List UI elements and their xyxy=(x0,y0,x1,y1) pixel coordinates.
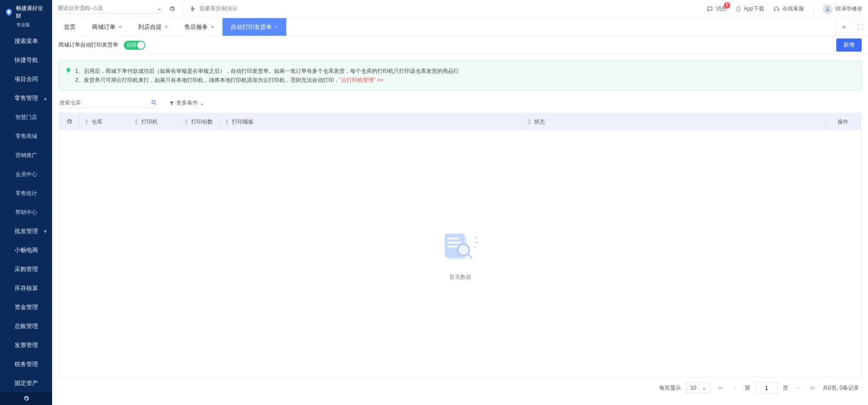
sidebar-item[interactable]: 智慧门店 xyxy=(0,108,52,127)
user-menu[interactable]: 徐泽华修改 xyxy=(823,4,863,14)
fullscreen-button[interactable]: ⛶ xyxy=(852,18,868,36)
empty-text: 暂无数据 xyxy=(449,273,471,281)
toggle-label: 商城订单自动打印发货单 xyxy=(58,41,118,49)
hand-icon xyxy=(190,6,197,12)
sidebar-item[interactable]: 税务管理 xyxy=(0,355,52,374)
sidebar-item[interactable]: 搜索菜单 xyxy=(0,32,52,51)
sidebar-item[interactable]: 发票管理 xyxy=(0,336,52,355)
table-column-header[interactable]: ▲▼打印机 xyxy=(130,113,179,130)
table-column-header[interactable]: ▲▼仓库 xyxy=(80,113,130,130)
tab[interactable]: 自动打印发货单✕ xyxy=(222,18,286,36)
sidebar-item[interactable]: 帮助中心 xyxy=(0,203,52,222)
sidebar-item[interactable]: 批发管理▼ xyxy=(0,222,52,241)
column-label: 仓库 xyxy=(92,118,102,126)
svg-rect-6 xyxy=(447,246,458,248)
sidebar-item-label: 帮助中心 xyxy=(15,209,37,216)
close-icon[interactable]: ✕ xyxy=(164,24,168,29)
page-size-select[interactable]: 10 ⌄ xyxy=(686,382,710,393)
svg-rect-5 xyxy=(447,242,461,243)
sidebar-item[interactable]: 固定资产 xyxy=(0,374,52,392)
search-icon[interactable] xyxy=(151,100,157,106)
tab[interactable]: 首页 xyxy=(56,18,84,36)
breadcrumb-text: 测试分开流程-小况 xyxy=(58,5,103,12)
prev-page-button[interactable]: ‹ xyxy=(730,385,739,391)
tab-label: 自动打印发货单 xyxy=(231,23,272,31)
sort-icon: ▲▼ xyxy=(527,118,532,125)
info-line-1: 1、启用后，商城下单付款成功后（如果有审核是在审核之后），自动打印发货单。如果一… xyxy=(75,67,459,76)
sidebar-item[interactable]: 零售商城 xyxy=(0,127,52,146)
sidebar-item-label: 营销推广 xyxy=(15,152,37,159)
column-label: 打印模板 xyxy=(232,118,254,126)
table-column-header: 操作 xyxy=(825,113,861,130)
column-label: 操作 xyxy=(838,118,849,126)
sidebar-item[interactable]: 小畅电商 xyxy=(0,241,52,260)
sidebar-item-label: 总账管理 xyxy=(14,322,38,330)
close-all-tabs-button[interactable]: ✕ xyxy=(835,18,852,36)
sidebar-item-label: 零售商城 xyxy=(15,133,37,140)
first-page-button[interactable]: ⏮ xyxy=(716,385,725,391)
chevron-down-icon: ⌄ xyxy=(157,5,162,11)
cloud-printer-link[interactable]: "云打印机管理" >> xyxy=(339,77,384,83)
sidebar: 畅捷通好业财 专业版 搜索菜单快捷导航项目合同零售管理▲智慧门店零售商城营销推广… xyxy=(0,0,52,405)
tab-label: 到店自提 xyxy=(138,23,162,31)
sort-icon: ▲▼ xyxy=(184,118,188,125)
tab[interactable]: 售后服务✕ xyxy=(176,18,222,36)
info-line-2: 2、发货单只可用云打印机来打，如果只有本地打印机，须将本地打印机添加为云打印机，… xyxy=(75,76,459,85)
table-column-header[interactable]: ▲▼打印模板 xyxy=(220,113,523,130)
sidebar-item-label: 快捷导航 xyxy=(14,56,38,64)
sidebar-item-label: 项目合同 xyxy=(14,75,38,83)
add-button[interactable]: 新增 xyxy=(836,38,862,52)
table-column-header[interactable]: ▲▼状态 xyxy=(523,113,825,130)
tip-icon xyxy=(65,67,72,85)
sidebar-item[interactable]: 资金管理 xyxy=(0,298,52,317)
chevron-down-icon: ⌄ xyxy=(702,385,706,391)
close-icon[interactable]: ✕ xyxy=(211,24,214,29)
table-header: ▲▼仓库▲▼打印机▲▼打印份数▲▼打印模板▲▼状态操作 xyxy=(59,113,861,130)
more-filters-button[interactable]: 更多条件 ⌄ xyxy=(169,99,204,107)
chat-icon xyxy=(707,6,713,12)
table-column-header[interactable]: ▲▼打印份数 xyxy=(179,113,220,130)
sidebar-item-label: 资金管理 xyxy=(14,303,38,311)
sidebar-item[interactable]: 采购管理 xyxy=(0,260,52,279)
caret-up-icon: ▲ xyxy=(43,96,48,101)
close-icon[interactable]: ✕ xyxy=(118,24,122,29)
enable-switch[interactable]: 启用 xyxy=(124,41,145,50)
messages-button[interactable]: 消息 8 xyxy=(707,5,727,13)
next-page-button[interactable]: › xyxy=(794,385,803,391)
customer-service-button[interactable]: 在线客服 xyxy=(773,5,804,13)
sidebar-item[interactable]: 库存核算 xyxy=(0,279,52,298)
sidebar-item[interactable]: 快捷导航 xyxy=(0,51,52,70)
sidebar-item[interactable]: 零售统计 xyxy=(0,184,52,203)
app-download-button[interactable]: App下载 xyxy=(736,5,764,13)
tab[interactable]: 商城订单✕ xyxy=(84,18,130,36)
last-page-button[interactable]: ⏭ xyxy=(808,385,817,391)
toggle-bar: 商城订单自动打印发货单 启用 新增 xyxy=(52,36,868,54)
sidebar-item[interactable]: 营销推广 xyxy=(0,146,52,165)
brand-edition: 专业版 xyxy=(0,22,52,32)
sidebar-item-label: 发票管理 xyxy=(14,341,38,349)
table-settings-button[interactable] xyxy=(59,113,80,130)
tab-label: 售后服务 xyxy=(184,23,208,31)
sidebar-item[interactable]: 零售管理▲ xyxy=(0,89,52,108)
sidebar-item-label: 税务管理 xyxy=(14,360,38,368)
tab[interactable]: 到店自提✕ xyxy=(130,18,176,36)
sidebar-item-label: 小畅电商 xyxy=(14,246,38,254)
demo-link[interactable]: 我要看实例演示 xyxy=(190,5,237,13)
warehouse-search-input[interactable] xyxy=(59,100,151,106)
sidebar-item[interactable]: 总账管理 xyxy=(0,317,52,336)
sidebar-item[interactable]: 项目合同 xyxy=(0,70,52,89)
sort-icon: ▲▼ xyxy=(134,118,139,125)
sidebar-nav: 搜索菜单快捷导航项目合同零售管理▲智慧门店零售商城营销推广会员中心零售统计帮助中… xyxy=(0,32,52,392)
phone-icon xyxy=(736,6,741,12)
svg-rect-0 xyxy=(737,7,740,11)
sidebar-item-label: 零售管理 xyxy=(14,94,38,102)
svg-point-1 xyxy=(152,100,155,104)
close-icon[interactable]: ✕ xyxy=(275,24,278,29)
settings-icon[interactable] xyxy=(169,6,175,12)
page-number-input[interactable] xyxy=(756,382,777,394)
breadcrumb-select[interactable]: 测试分开流程-小况 ⌄ xyxy=(58,5,162,14)
sidebar-item[interactable]: 会员中心 xyxy=(0,165,52,184)
sidebar-settings[interactable] xyxy=(0,392,52,405)
column-label: 状态 xyxy=(534,118,545,126)
headset-icon xyxy=(773,6,780,12)
